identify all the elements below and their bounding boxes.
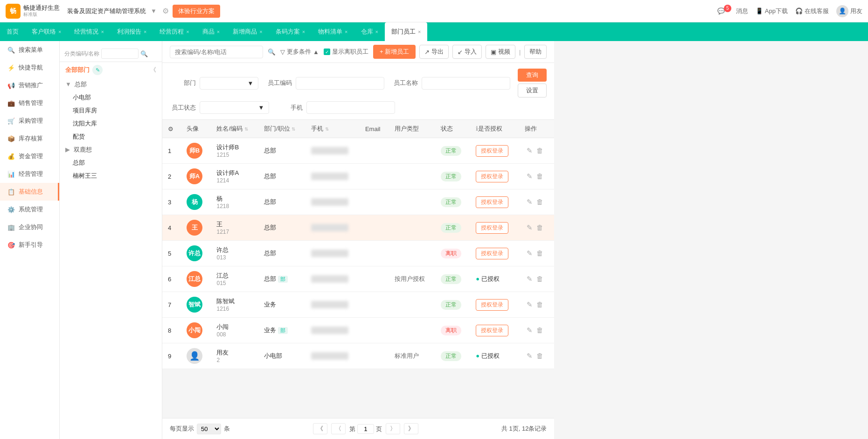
tab-profit-close[interactable]: × bbox=[144, 29, 146, 35]
dept-search-input[interactable] bbox=[101, 49, 139, 59]
employee-search-btn[interactable]: 🔍 bbox=[268, 49, 276, 56]
next-page-btn[interactable]: 〉 bbox=[386, 423, 400, 434]
emp-status-select[interactable]: ▼ bbox=[200, 101, 269, 114]
tab-barcode-close[interactable]: × bbox=[302, 29, 305, 35]
tab-goods-close[interactable]: × bbox=[217, 29, 220, 35]
sidebar-item-company[interactable]: 🏢 企业协同 bbox=[0, 218, 59, 236]
dept-edit-btn[interactable]: ✎ bbox=[92, 65, 103, 75]
page-number-input[interactable] bbox=[357, 424, 374, 434]
system-dropdown-icon[interactable]: ▼ bbox=[151, 7, 157, 14]
dept-node-zongbu-parent[interactable]: ▼ 总部 bbox=[60, 78, 162, 91]
auth-btn[interactable]: 授权登录 bbox=[476, 145, 508, 157]
last-page-btn[interactable]: 》 bbox=[404, 423, 418, 434]
dept-collapse-btn[interactable]: 《 bbox=[150, 66, 156, 74]
tab-customer[interactable]: 客户联络 × bbox=[25, 22, 68, 41]
tab-bom[interactable]: 物料清单 × bbox=[312, 22, 354, 41]
view-btn[interactable]: ▣ 视频 bbox=[486, 45, 515, 59]
delete-btn[interactable]: 🗑 bbox=[535, 274, 545, 284]
auth-btn[interactable]: 授权登录 bbox=[476, 299, 508, 311]
phone-input[interactable] bbox=[306, 101, 395, 114]
edit-btn[interactable]: ✎ bbox=[525, 351, 535, 361]
sidebar-item-basic[interactable]: 📋 基础信息 bbox=[0, 183, 59, 201]
dept-node-shuanglu[interactable]: ▶ 双鹿想 bbox=[60, 143, 162, 156]
edit-btn[interactable]: ✎ bbox=[525, 248, 535, 258]
per-page-select[interactable]: 50 100 bbox=[197, 424, 221, 434]
sidebar-item-inventory[interactable]: 📦 库存核算 bbox=[0, 130, 59, 147]
help-btn[interactable]: 帮助 bbox=[524, 45, 547, 59]
user-area[interactable]: 👤 用友 bbox=[836, 5, 862, 17]
edit-btn[interactable]: ✎ bbox=[525, 146, 535, 156]
sidebar-item-operation[interactable]: 📊 经营管理 bbox=[0, 165, 59, 183]
sidebar-item-sales[interactable]: 💼 销售管理 bbox=[0, 94, 59, 112]
message-btn[interactable]: 💬 5 消息 bbox=[717, 7, 748, 15]
tab-add-goods[interactable]: 新增商品 × bbox=[226, 22, 269, 41]
delete-btn[interactable]: 🗑 bbox=[535, 300, 545, 309]
auth-btn[interactable]: 授权登录 bbox=[476, 222, 508, 234]
dept-filter-select[interactable]: ▼ bbox=[200, 77, 258, 90]
search-submit-btn[interactable]: 查询 bbox=[518, 69, 547, 82]
dept-node-zongbu-child[interactable]: 总部 bbox=[60, 156, 162, 169]
phone-sort-icon[interactable]: ⇅ bbox=[325, 126, 329, 132]
tab-warehouse-close[interactable]: × bbox=[375, 29, 378, 35]
tab-employees-close[interactable]: × bbox=[418, 29, 421, 35]
auth-btn[interactable]: 授权登录 bbox=[476, 248, 508, 259]
tab-customer-close[interactable]: × bbox=[58, 29, 61, 35]
sidebar-item-search[interactable]: 🔍 搜索菜单 bbox=[0, 41, 59, 59]
trial-btn[interactable]: 体验行业方案 bbox=[173, 5, 220, 18]
delete-btn[interactable]: 🗑 bbox=[535, 146, 545, 155]
delete-btn[interactable]: 🗑 bbox=[535, 325, 545, 335]
dept-sort-icon[interactable]: ⇅ bbox=[292, 126, 295, 132]
show-resign-toggle[interactable]: ✓ 显示离职员工 bbox=[324, 48, 368, 56]
dept-node-peihuo[interactable]: 配货 bbox=[60, 130, 162, 143]
tab-bom-close[interactable]: × bbox=[345, 29, 347, 35]
dept-node-nanshuwangsan[interactable]: 楠树王三 bbox=[60, 169, 162, 182]
name-sort-icon[interactable]: ⇅ bbox=[244, 126, 248, 132]
sidebar-item-guide[interactable]: 🎯 新手引导 bbox=[0, 236, 59, 254]
sidebar-item-finance[interactable]: 💰 资金管理 bbox=[0, 147, 59, 165]
delete-btn[interactable]: 🗑 bbox=[535, 248, 545, 258]
tab-barcode[interactable]: 条码方案 × bbox=[269, 22, 312, 41]
auth-btn[interactable]: 授权登录 bbox=[476, 325, 508, 336]
edit-btn[interactable]: ✎ bbox=[525, 274, 535, 284]
edit-btn[interactable]: ✎ bbox=[525, 325, 535, 335]
tab-history[interactable]: 经营历程 × bbox=[153, 22, 195, 41]
auth-btn[interactable]: 授权登录 bbox=[476, 196, 508, 208]
import-btn[interactable]: ↙ 导入 bbox=[452, 45, 482, 59]
edit-btn[interactable]: ✎ bbox=[525, 197, 535, 207]
sidebar-item-system[interactable]: ⚙️ 系统管理 bbox=[0, 201, 59, 218]
edit-btn[interactable]: ✎ bbox=[525, 223, 535, 233]
tab-history-close[interactable]: × bbox=[186, 29, 189, 35]
tab-home[interactable]: 首页 bbox=[0, 22, 25, 41]
delete-btn[interactable]: 🗑 bbox=[535, 351, 545, 361]
dept-node-xiaodian[interactable]: 小电部 bbox=[60, 91, 162, 104]
tab-employees[interactable]: 部门员工 × bbox=[385, 22, 427, 41]
tab-warehouse[interactable]: 仓库 × bbox=[354, 22, 385, 41]
col-gear[interactable]: ⚙ bbox=[162, 120, 181, 138]
prev-page-btn[interactable]: 〈 bbox=[331, 423, 346, 434]
tab-goods[interactable]: 商品 × bbox=[196, 22, 226, 41]
tab-profit[interactable]: 利润报告 × bbox=[111, 22, 153, 41]
more-filters-btn[interactable]: ▽ 更多条件 ▲ bbox=[280, 48, 319, 56]
sidebar-item-marketing[interactable]: 📢 营销推广 bbox=[0, 77, 59, 94]
delete-btn[interactable]: 🗑 bbox=[535, 171, 545, 181]
add-employee-btn[interactable]: + 新增员工 bbox=[373, 45, 416, 59]
dept-all-btn[interactable]: 全部部门 bbox=[65, 66, 90, 74]
setting-btn[interactable]: 设置 bbox=[518, 84, 547, 98]
emp-code-input[interactable] bbox=[296, 77, 384, 90]
employee-search-input[interactable] bbox=[170, 46, 263, 58]
more-actions-btn[interactable]: | bbox=[519, 49, 521, 56]
edit-btn[interactable]: ✎ bbox=[525, 171, 535, 181]
online-service-btn[interactable]: 🎧 在线客服 bbox=[795, 7, 829, 15]
dept-search-icon[interactable]: 🔍 bbox=[140, 50, 148, 57]
dept-node-shenyang[interactable]: 沈阳大库 bbox=[60, 117, 162, 130]
settings-icon[interactable]: ⚙ bbox=[162, 7, 169, 15]
delete-btn[interactable]: 🗑 bbox=[535, 223, 545, 232]
delete-btn[interactable]: 🗑 bbox=[535, 197, 545, 207]
gear-icon[interactable]: ⚙ bbox=[168, 125, 174, 132]
dept-node-xiangmu[interactable]: 项目库房 bbox=[60, 104, 162, 117]
edit-btn[interactable]: ✎ bbox=[525, 300, 535, 310]
tab-operation-close[interactable]: × bbox=[101, 29, 104, 35]
sidebar-item-purchase[interactable]: 🛒 采购管理 bbox=[0, 112, 59, 130]
first-page-btn[interactable]: 《 bbox=[313, 423, 327, 434]
auth-btn[interactable]: 授权登录 bbox=[476, 171, 508, 182]
